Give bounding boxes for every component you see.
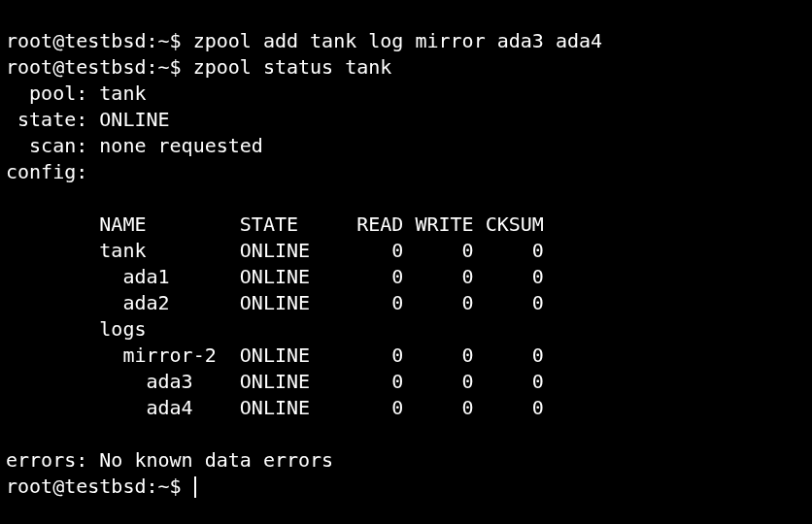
errors-value: No known data errors (99, 448, 333, 472)
errors-label: errors: (6, 448, 99, 472)
errors-line: errors: No known data errors (6, 448, 333, 472)
terminal-output: root@testbsd:~$ zpool add tank log mirro… (0, 0, 812, 502)
pool-label: pool: (6, 82, 99, 105)
table-row: ada4 ONLINE 0 0 0 (6, 396, 544, 419)
table-row: ada1 ONLINE 0 0 0 (6, 265, 544, 288)
command-2: zpool status tank (193, 55, 392, 79)
prompt-line-1: root@testbsd:~$ zpool add tank log mirro… (6, 29, 602, 52)
status-scan-line: scan: none requested (6, 134, 263, 157)
pool-value: tank (99, 82, 146, 105)
command-1: zpool add tank log mirror ada3 ada4 (193, 29, 602, 52)
table-row: mirror-2 ONLINE 0 0 0 (6, 344, 544, 367)
shell-prompt: root@testbsd:~$ (6, 475, 193, 498)
shell-prompt: root@testbsd:~$ (6, 29, 193, 52)
status-pool-line: pool: tank (6, 82, 147, 105)
config-label: config: (6, 160, 87, 183)
prompt-line-current[interactable]: root@testbsd:~$ (6, 475, 196, 498)
status-state-line: state: ONLINE (6, 108, 170, 131)
state-label: state: (6, 108, 99, 131)
cursor-icon (194, 476, 196, 498)
table-row: ada3 ONLINE 0 0 0 (6, 370, 544, 393)
config-table-header: NAME STATE READ WRITE CKSUM (6, 213, 544, 236)
table-row: tank ONLINE 0 0 0 (6, 239, 544, 262)
shell-prompt: root@testbsd:~$ (6, 55, 193, 79)
table-row: ada2 ONLINE 0 0 0 (6, 291, 544, 314)
prompt-line-2: root@testbsd:~$ zpool status tank (6, 55, 391, 79)
table-row: logs (6, 317, 147, 341)
scan-label: scan: (6, 134, 99, 157)
state-value: ONLINE (99, 108, 169, 131)
scan-value: none requested (99, 134, 263, 157)
